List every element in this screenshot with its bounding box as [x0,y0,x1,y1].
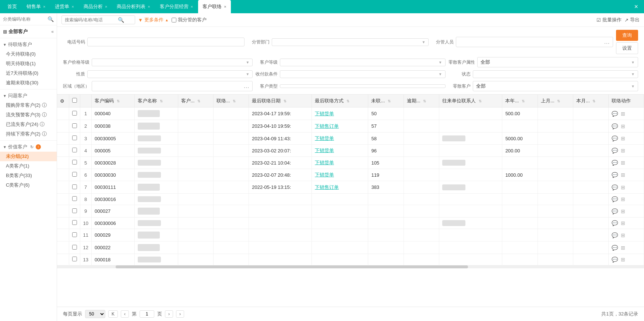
row-checkbox[interactable] [72,135,77,140]
grid-icon[interactable]: ⊞ [621,148,625,154]
value-group-refresh-icon[interactable]: ↻ [30,145,34,149]
sidebar-item-type-c[interactable]: C类客户(6) [0,180,57,190]
th-last-month[interactable]: 上月... ⇅ [538,95,573,107]
grid-icon[interactable]: ⊞ [621,184,625,190]
row-actions[interactable]: 💬 ⊞ [609,205,644,218]
sidebar-item-type-a[interactable]: A类客户(1) [0,161,57,171]
nav-tab-customer-contact[interactable]: 客户联络 × [198,0,230,13]
contact-type-link[interactable]: 下销售订单 [315,184,339,190]
sidebar-collapse-icon[interactable]: « [51,29,54,34]
message-icon[interactable]: 💬 [612,245,618,251]
th-overdue[interactable]: 逾期... ⇅ [404,95,439,107]
query-button[interactable]: 查询 [616,30,638,41]
grid-icon[interactable]: ⊞ [621,220,625,226]
page-number-input[interactable] [140,310,154,318]
row-actions[interactable]: 💬 ⊞ [609,107,644,120]
batch-operation-button[interactable]: ☑ 批量操作 [597,17,622,23]
contact-type-link[interactable]: 下销货单 [315,111,334,116]
grid-icon[interactable]: ⊞ [621,208,625,214]
sidebar-all-customers[interactable]: ⊞ 全部客户 « [0,25,57,36]
grid-icon[interactable]: ⊞ [621,123,625,129]
th-contact[interactable]: 联络... ⇅ [213,95,249,107]
payment-select[interactable]: ▼ [280,70,445,78]
my-customers-check[interactable] [172,18,176,22]
row-checkbox[interactable] [72,208,77,213]
row-checkbox[interactable] [72,257,77,261]
sidebar-search-box[interactable]: 🔍 [0,13,57,25]
horizontal-scrollbar[interactable] [57,265,644,268]
message-icon[interactable]: 💬 [612,148,618,154]
row-last-contact-type[interactable]: 下销售订单 [312,181,368,194]
sidebar-item-type-b[interactable]: B类客户(33) [0,171,57,180]
close-all-tabs-button[interactable]: × [631,3,641,11]
customer-tier-select[interactable]: ▼ [280,59,445,66]
per-page-select[interactable]: 50 100 [85,310,105,318]
row-checkbox[interactable] [72,160,77,165]
grid-icon[interactable]: ⊞ [621,232,625,238]
sidebar-item-hoard-anomaly[interactable]: 囤购异常客户(2) ⓘ [0,100,57,110]
row-checkbox[interactable] [72,220,77,225]
row-actions[interactable]: 💬 ⊞ [609,133,644,145]
row-checkbox[interactable] [72,111,77,116]
contact-type-link[interactable]: 下销货单 [315,172,334,177]
close-customer-tier-icon[interactable]: × [191,4,193,9]
row-checkbox[interactable] [72,172,77,177]
sidebar-group-pending[interactable]: ▼ 待联络客户 [0,40,57,49]
search-input[interactable] [65,17,116,22]
nature-select[interactable]: ▼ [87,70,253,78]
contact-type-link[interactable]: 下销售订单 [315,123,339,129]
row-last-contact-type[interactable] [312,254,368,265]
th-last-contact-type[interactable]: 最后联络方式 ⇅ [312,95,368,107]
sidebar-item-tomorrow[interactable]: 明天待联络(1) [0,59,57,68]
close-product-analysis-icon[interactable]: × [105,4,107,9]
message-icon[interactable]: 💬 [612,111,618,117]
nav-home-tab[interactable]: 首页 [3,0,21,13]
row-checkbox[interactable] [72,148,77,152]
next-page-button[interactable]: › [165,310,173,318]
row-last-contact-type[interactable]: 下销货单 [312,157,368,169]
row-check-cell[interactable] [69,241,80,254]
message-icon[interactable]: 💬 [612,123,618,129]
message-icon[interactable]: 💬 [612,208,618,214]
sidebar-group-value[interactable]: ▼ 价值客户 ↻ ! [0,142,57,152]
manager-select[interactable]: … [456,37,613,47]
row-actions[interactable]: 💬 ⊞ [609,254,644,265]
sidebar-item-ungrouped[interactable]: 未分组(32) [0,152,57,161]
my-customers-checkbox[interactable]: 我分管的客户 [172,17,207,23]
retail-attr-select[interactable]: 全部 ▼ [477,57,638,67]
grid-icon[interactable]: ⊞ [621,135,625,141]
sidebar-item-7days[interactable]: 近7天待联络(0) [0,68,57,78]
row-check-cell[interactable] [69,254,80,265]
sidebar-search-input[interactable] [3,17,46,22]
select-all-checkbox[interactable] [72,98,77,103]
region-select[interactable]: … [92,81,253,91]
row-checkbox[interactable] [72,123,77,128]
more-conditions-button[interactable]: ▼ 更多条件 ▲ [138,17,169,23]
row-check-cell[interactable] [69,107,80,120]
export-button[interactable]: ↗ 导出 [624,17,640,23]
row-check-cell[interactable] [69,133,80,145]
last-page-button[interactable]: › [176,310,184,318]
th-this-year[interactable]: 本年... ⇅ [502,95,538,107]
row-last-contact-type[interactable]: 下销货单 [312,133,368,145]
row-last-contact-type[interactable] [312,205,368,218]
th-check[interactable] [69,95,80,107]
row-actions[interactable]: 💬 ⊞ [609,218,644,229]
contact-type-link[interactable]: 下销货单 [315,148,334,153]
row-check-cell[interactable] [69,169,80,181]
row-last-contact-type[interactable] [312,194,368,205]
row-last-contact-type[interactable] [312,241,368,254]
search-box[interactable]: 🔍 [61,15,135,24]
row-check-cell[interactable] [69,229,80,241]
status-select[interactable]: ▼ [473,70,638,78]
row-check-cell[interactable] [69,145,80,157]
row-check-cell[interactable] [69,181,80,194]
phone-input[interactable] [87,38,244,46]
row-checkbox[interactable] [72,184,77,189]
prev-page-button[interactable]: ‹ [121,310,129,318]
th-code[interactable]: 客户编码 ⇅ [91,95,134,107]
row-actions[interactable]: 💬 ⊞ [609,241,644,254]
sidebar-group-problem[interactable]: ▼ 问题客户 [0,91,57,100]
nav-tab-product-analysis[interactable]: 商品分析 × [79,0,112,13]
nav-tab-product-list[interactable]: 商品分析列表 × [112,0,154,13]
